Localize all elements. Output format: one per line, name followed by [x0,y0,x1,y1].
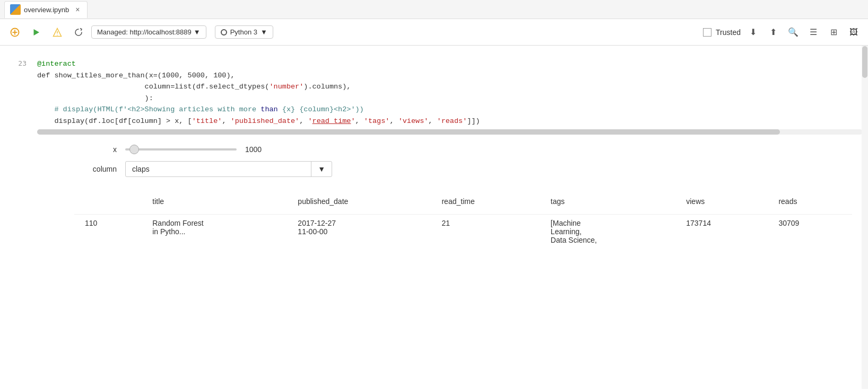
row-views: 173714 [675,214,768,249]
table-header-tags: tags [540,195,675,215]
kernel-selector[interactable]: Python 3 ▼ [215,25,273,39]
horizontal-scrollbar[interactable] [37,129,863,135]
column-dropdown[interactable]: claps ▼ [125,161,332,177]
active-tab[interactable]: overview.ipynb × [4,1,88,18]
dropdown-value: claps [126,162,311,176]
row-published-date: 2017-12-2711-00-00 [287,214,431,249]
notebook-area: 23 @interact def show_titles_more_than(x… [0,46,868,390]
kernel-interrupt-button[interactable] [49,24,66,41]
cell-23: 23 @interact def show_titles_more_than(x… [0,56,868,256]
view-icon-button[interactable]: ⊞ [826,24,841,40]
kernel-status-circle [221,29,227,36]
download-icon-button[interactable]: ⬇ [745,24,761,40]
widget-area: x 1000 column claps ▼ [37,140,863,190]
table-header-views: views [675,195,768,215]
restart-button[interactable] [70,24,87,41]
data-table-wrapper: title published_date read_time tags view… [37,190,863,254]
row-read-time: 21 [431,214,540,249]
x-slider-row: x 1000 [74,145,852,154]
trusted-area: Trusted [703,28,741,37]
tab-close-button[interactable]: × [73,5,82,14]
svg-marker-3 [34,29,40,36]
upload-icon-button[interactable]: ⬆ [765,24,781,40]
server-selector[interactable]: Managed: http://localhost:8889 ▼ [91,25,206,39]
inspect-icon-button[interactable]: 🔍 [785,24,801,40]
column-dropdown-row: column claps ▼ [74,161,852,177]
server-dropdown-arrow: ▼ [194,28,201,36]
row-reads: 30709 [768,214,852,249]
tab-bar: overview.ipynb × [0,0,868,19]
svg-point-6 [57,34,58,36]
table-header-reads: reads [768,195,852,215]
tab-title: overview.ipynb [24,6,69,14]
x-slider-container: 1000 [125,145,262,154]
jupyter-logo [10,4,21,15]
scrollbar-thumb [37,129,780,135]
kernel-dropdown-arrow: ▼ [261,28,267,36]
x-slider-thumb[interactable] [129,145,139,154]
toolbar: Managed: http://localhost:8889 ▼ Python … [0,19,868,46]
right-scrollbar[interactable] [862,46,868,389]
table-header-row: title published_date read_time tags view… [74,195,852,215]
row-title: Random Forestin Pytho... [142,214,287,249]
table-header-published-date: published_date [287,195,431,215]
cell-number: 23 [0,58,32,67]
server-label: Managed: http://localhost:8889 [97,28,192,36]
x-slider-track[interactable] [125,148,237,150]
menu-icon-button[interactable]: ☰ [805,24,821,40]
run-button[interactable] [28,24,45,41]
save-button[interactable] [6,24,23,41]
table-header-index [74,195,142,215]
image-icon-button[interactable]: 🖼 [846,24,862,40]
trusted-label: Trusted [716,28,741,37]
table-header-read-time: read_time [431,195,540,215]
right-scrollbar-thumb [862,46,867,78]
results-table: title published_date read_time tags view… [74,195,852,249]
code-block: @interact def show_titles_more_than(x=(1… [37,58,863,127]
trusted-checkbox[interactable] [703,28,711,37]
x-label: x [74,145,117,154]
table-header-title: title [142,195,287,215]
kernel-label: Python 3 [230,28,257,36]
table-row: 110 Random Forestin Pytho... 2017-12-271… [74,214,852,249]
dropdown-arrow-icon: ▼ [311,162,332,176]
x-slider-value: 1000 [245,145,262,154]
row-index: 110 [74,214,142,249]
cell-code-content[interactable]: @interact def show_titles_more_than(x=(1… [32,58,868,254]
column-label: column [74,165,117,173]
row-tags: [MachineLearning,Data Science, [540,214,675,249]
